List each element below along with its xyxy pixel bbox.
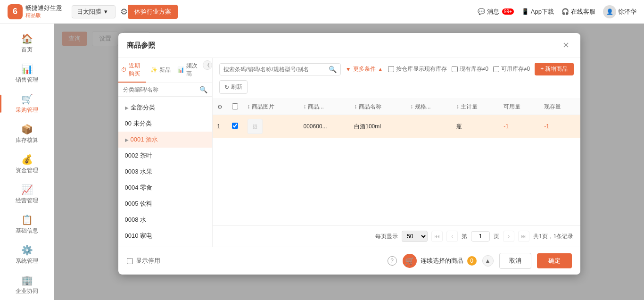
cell-idx: 1 bbox=[213, 115, 227, 138]
main-layout: 🏠 首页 📊 销售管理 🛒 采购管理 📦 库存核算 💰 资金管理 📈 经营管理 … bbox=[0, 24, 644, 300]
col-check bbox=[227, 99, 243, 115]
sidebar-label-finance: 资金管理 bbox=[16, 167, 38, 175]
show-disabled-checkbox[interactable]: 显示停用 bbox=[127, 257, 160, 265]
checkbox-available-stock[interactable]: 现有库存≠0 bbox=[452, 65, 488, 73]
confirm-button[interactable]: 确定 bbox=[537, 253, 572, 268]
category-item-0010[interactable]: 0010 家电 bbox=[118, 228, 212, 244]
modal-close-button[interactable]: ✕ bbox=[561, 40, 572, 51]
sidebar-item-inventory[interactable]: 📦 库存核算 bbox=[0, 119, 54, 149]
cart-label: 连续选择的商品 bbox=[421, 257, 463, 265]
page-number-input[interactable] bbox=[471, 231, 490, 242]
top-nav: 6 畅捷通好生意 精品版 日太阳膜 ▾ ⚙ 体验行业方案 💬 消息 99+ 📱 … bbox=[0, 0, 644, 24]
prev-page-btn[interactable]: ‹ bbox=[446, 231, 458, 242]
category-item-00[interactable]: 00 未分类 bbox=[118, 116, 212, 132]
message-icon: 💬 bbox=[478, 8, 485, 15]
tab-recent[interactable]: ⏱ 近期购买 bbox=[118, 58, 147, 83]
pagination: 每页显示 50 10 20 100 ⏮ ‹ 第 页 bbox=[213, 225, 580, 247]
cell-image: 🖼 bbox=[243, 115, 299, 138]
usable-stock-checkbox[interactable] bbox=[493, 66, 499, 72]
modal-overlay: 商品参照 ✕ ⏱ 近期购买 ✨ bbox=[54, 24, 644, 300]
sidebar-label-purchase: 采购管理 bbox=[16, 106, 38, 114]
sidebar-item-base[interactable]: 📋 基础信息 bbox=[0, 209, 54, 240]
image-placeholder-icon: 🖼 bbox=[253, 124, 257, 129]
logo-area: 6 畅捷通好生意 精品版 bbox=[8, 4, 62, 19]
product-search-icon[interactable]: 🔍 bbox=[329, 66, 337, 73]
nav-dropdown[interactable]: 日太阳膜 ▾ bbox=[72, 5, 116, 18]
collapse-category-btn[interactable]: 《 bbox=[203, 60, 212, 70]
sort-unit-icon[interactable]: ↕ bbox=[456, 103, 459, 110]
cell-spec bbox=[405, 115, 451, 138]
first-page-btn[interactable]: ⏮ bbox=[431, 231, 443, 242]
page-size-select[interactable]: 50 10 20 100 bbox=[402, 231, 428, 242]
mobile-icon: 📱 bbox=[521, 8, 529, 15]
sidebar-item-operations[interactable]: 📈 经营管理 bbox=[0, 179, 54, 209]
product-search-input[interactable] bbox=[223, 66, 326, 73]
sidebar-item-purchase[interactable]: 🛒 采购管理 bbox=[0, 89, 54, 119]
chevron-down-icon: ▾ bbox=[104, 8, 107, 15]
category-item-0001[interactable]: ▶ 0001 酒水 bbox=[118, 132, 212, 148]
last-page-btn[interactable]: ⏭ bbox=[518, 231, 529, 242]
sidebar-item-finance[interactable]: 💰 资金管理 bbox=[0, 149, 54, 179]
category-item-0002[interactable]: 0002 茶叶 bbox=[118, 148, 212, 164]
user-area[interactable]: 👤 徐泽华 bbox=[603, 5, 636, 18]
more-conditions-button[interactable]: ▼ 更多条件 ▲ bbox=[346, 65, 383, 73]
available-stock-checkbox[interactable] bbox=[452, 66, 458, 72]
home-icon: 🏠 bbox=[21, 33, 33, 44]
next-page-btn[interactable]: › bbox=[503, 231, 514, 242]
cart-count-badge: 0 bbox=[467, 256, 477, 266]
online-service-item[interactable]: 🎧 在线客服 bbox=[561, 8, 595, 16]
sort-name-icon[interactable]: ↕ bbox=[354, 103, 357, 110]
add-product-button[interactable]: + 新增商品 bbox=[535, 63, 573, 75]
message-badge: 99+ bbox=[502, 8, 514, 15]
tab-new[interactable]: ✨ 新品 bbox=[146, 58, 174, 83]
sort-code-icon[interactable]: ↕ bbox=[303, 103, 306, 110]
cancel-button[interactable]: 取消 bbox=[499, 253, 531, 269]
table-row[interactable]: 1 🖼 bbox=[213, 115, 580, 138]
sidebar: 🏠 首页 📊 销售管理 🛒 采购管理 📦 库存核算 💰 资金管理 📈 经营管理 … bbox=[0, 24, 54, 300]
trial-button[interactable]: 体验行业方案 bbox=[128, 5, 178, 19]
finance-icon: 💰 bbox=[21, 154, 33, 165]
by-warehouse-checkbox[interactable] bbox=[388, 66, 394, 72]
refresh-icon: ↻ bbox=[224, 84, 229, 91]
category-item-0005[interactable]: 0005 饮料 bbox=[118, 196, 212, 212]
collapse-footer-btn[interactable]: ▲ bbox=[482, 255, 494, 267]
refresh-button[interactable]: ↻ 刷新 bbox=[219, 80, 248, 94]
sort-image-icon[interactable]: ↕ bbox=[248, 103, 250, 110]
category-item-0004[interactable]: 0004 零食 bbox=[118, 180, 212, 196]
cell-code: 000600... bbox=[298, 115, 349, 138]
settings-icon[interactable]: ⚙ bbox=[120, 7, 128, 17]
category-item-all[interactable]: ▶ 全部分类 bbox=[118, 100, 212, 116]
settings-icon[interactable]: ⚙ bbox=[217, 104, 223, 110]
sidebar-item-home[interactable]: 🏠 首页 bbox=[0, 28, 54, 58]
tab-frequent[interactable]: 📊 频次高 bbox=[174, 58, 203, 83]
sidebar-label-base: 基础信息 bbox=[16, 227, 38, 235]
sidebar-label-operations: 经营管理 bbox=[16, 197, 38, 205]
row-checkbox[interactable] bbox=[232, 123, 238, 129]
select-all-checkbox[interactable] bbox=[232, 103, 238, 109]
product-table: ⚙ ↕ 商品图片 bbox=[213, 99, 580, 225]
category-item-0008[interactable]: 0008 水 bbox=[118, 212, 212, 228]
checkbox-usable-stock[interactable]: 可用库存≠0 bbox=[493, 65, 530, 73]
sort-spec-icon[interactable]: ↕ bbox=[410, 103, 413, 110]
message-item[interactable]: 💬 消息 99+ bbox=[478, 8, 514, 16]
col-name: ↕ 商品名称 bbox=[349, 99, 405, 115]
sidebar-item-enterprise[interactable]: 🏢 企业协同 bbox=[0, 270, 54, 300]
arrow-0001-icon: ▶ bbox=[125, 137, 129, 142]
category-search-icon[interactable]: 🔍 bbox=[199, 86, 207, 93]
modal-header: 商品参照 ✕ bbox=[118, 33, 580, 58]
app-download-item[interactable]: 📱 App下载 bbox=[521, 8, 554, 16]
sidebar-item-sales[interactable]: 📊 销售管理 bbox=[0, 58, 54, 89]
category-item-0003[interactable]: 0003 水果 bbox=[118, 164, 212, 180]
category-search-input[interactable] bbox=[123, 86, 197, 93]
arrow-all-icon: ▶ bbox=[125, 105, 129, 110]
help-icon[interactable]: ? bbox=[388, 256, 397, 266]
col-available: 可用量 bbox=[499, 99, 539, 115]
show-disabled-input[interactable] bbox=[127, 258, 133, 264]
modal-footer: 显示停用 ? 🛒 连续选择的商品 0 ▲ 取消 确定 bbox=[118, 247, 580, 275]
cart-icon[interactable]: 🛒 bbox=[403, 254, 417, 268]
purchase-icon: 🛒 bbox=[21, 93, 33, 105]
recent-icon: ⏱ bbox=[121, 67, 127, 73]
sidebar-item-system[interactable]: ⚙️ 系统管理 bbox=[0, 240, 54, 270]
checkbox-by-warehouse[interactable]: 按仓库显示现有库存 bbox=[388, 65, 447, 73]
frequent-icon: 📊 bbox=[177, 67, 184, 73]
